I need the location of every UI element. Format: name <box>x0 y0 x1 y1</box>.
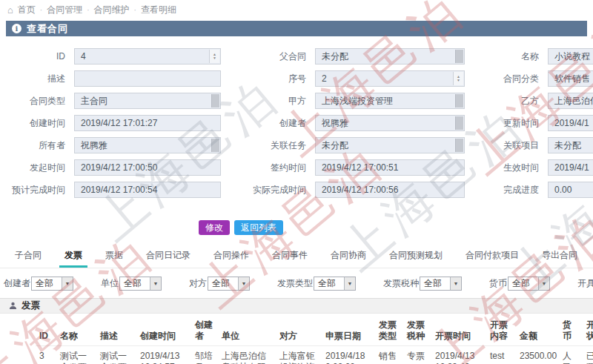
filter-tax-type-select[interactable]: 全部▼ <box>420 277 462 291</box>
tab-invoice[interactable]: 发票 <box>63 249 84 268</box>
number-stepper-icon[interactable]: ▲▼ <box>453 72 463 85</box>
chevron-down-icon[interactable]: ▼ <box>62 277 73 290</box>
tab-contract-daily-log[interactable]: 合同日记录 <box>145 249 192 268</box>
col-issue-content: 开票内容 <box>486 314 516 346</box>
party-a-select[interactable]: 上海浅端投资管理 <box>315 93 465 109</box>
tab-contract-payment-item[interactable]: 合同付款项目 <box>464 249 520 268</box>
filter-unit-label: 单位 <box>101 277 119 290</box>
col-unit: 单位 <box>218 314 276 346</box>
sign-time-field[interactable]: 2019/4/12 17:00:51 <box>315 159 465 176</box>
tab-contract-negotiation[interactable]: 合同协商 <box>329 249 368 268</box>
select-scrollbar[interactable] <box>211 94 219 107</box>
party-b-select[interactable]: 上海邑泊信 <box>548 93 593 109</box>
update-time-field[interactable]: 2019/4/1 <box>548 115 593 131</box>
breadcrumb-home[interactable]: 首页 <box>18 4 36 16</box>
cell-create-time: 2019/4/13 10:34:57 <box>136 346 191 364</box>
name-value: 小说教程 <box>554 51 590 62</box>
filter-counterparty-value: 全部 <box>212 277 230 290</box>
tab-contract-forecast-plan[interactable]: 合同预测规划 <box>388 249 444 268</box>
owner-select[interactable]: 祝腾雅 <box>74 137 221 153</box>
col-description: 描述 <box>96 314 136 346</box>
related-task-select[interactable]: 未分配 <box>315 137 465 153</box>
invoice-section-header: 发票 <box>0 298 593 314</box>
parent-contract-label: 父合同 <box>221 48 315 64</box>
col-invoice-type: 发票类型 <box>375 314 403 346</box>
chevron-down-icon[interactable]: ▼ <box>450 277 461 290</box>
col-issue-status: 开具状态 <box>583 314 593 346</box>
chevron-down-icon[interactable]: ▼ <box>538 277 549 290</box>
initiate-time-field[interactable]: 2019/4/12 17:00:50 <box>74 159 221 176</box>
chevron-down-icon[interactable]: ▼ <box>238 277 249 290</box>
actual-finish-time-field[interactable]: 2019/4/12 17:00:56 <box>315 182 465 198</box>
select-scrollbar[interactable] <box>211 139 219 152</box>
select-scrollbar[interactable] <box>455 50 463 63</box>
filter-counterparty-select[interactable]: 全部▼ <box>208 277 250 291</box>
expected-finish-time-field[interactable]: 2019/4/12 17:00:54 <box>74 182 221 198</box>
creator-label: 创建者 <box>221 115 315 131</box>
filter-unit: 单位 全部▼ <box>101 277 162 291</box>
select-scrollbar[interactable] <box>455 94 463 107</box>
party-a-label: 甲方 <box>221 93 315 109</box>
sign-time-value: 2019/4/12 17:00:51 <box>322 162 398 173</box>
info-icon: i <box>12 24 21 33</box>
filter-issue-status-label: 开具状态 <box>577 277 593 290</box>
parent-contract-select[interactable]: 未分配 <box>315 48 465 64</box>
breadcrumb-contract-mgmt[interactable]: 合同管理 <box>47 4 82 16</box>
col-name: 名称 <box>56 314 96 346</box>
page-title-bar: i 查看合同 <box>6 21 587 36</box>
creator-select[interactable]: 祝腾雅 <box>315 115 465 131</box>
filter-counterparty-label: 对方 <box>189 277 207 290</box>
filter-currency-select[interactable]: 全部▼ <box>508 277 550 291</box>
breadcrumb-separator: · <box>40 6 42 14</box>
filter-currency: 货币 全部▼ <box>489 277 550 291</box>
cell-creator: 邹培君 <box>191 346 218 364</box>
expected-finish-time-label: 预计完成时间 <box>6 182 74 198</box>
filter-creator-value: 全部 <box>36 277 53 290</box>
id-field[interactable]: 4▲▼ <box>74 48 221 64</box>
col-counterparty: 对方 <box>276 314 322 346</box>
tab-contract-operation[interactable]: 合同操作 <box>212 249 251 268</box>
tab-sub-contract[interactable]: 子合同 <box>13 249 43 268</box>
description-field[interactable] <box>74 70 221 87</box>
filter-tax-type-value: 全部 <box>424 277 442 290</box>
create-time-field[interactable]: 2019/4/12 17:01:27 <box>74 115 221 131</box>
sequence-field[interactable]: 2▲▼ <box>315 70 465 87</box>
col-creator: 创建者 <box>191 314 218 346</box>
col-id: ID <box>36 314 56 346</box>
tab-export-contract[interactable]: 导出合同 <box>540 249 579 268</box>
filter-creator-select[interactable]: 全部▼ <box>31 277 73 291</box>
filter-counterparty: 对方 全部▼ <box>189 277 250 291</box>
select-scrollbar[interactable] <box>455 139 463 152</box>
filter-invoice-type: 发票类型 全部▼ <box>277 277 356 291</box>
initiate-time-value: 2019/4/12 17:00:50 <box>81 162 157 173</box>
tab-contract-event[interactable]: 合同事件 <box>271 249 309 268</box>
home-icon[interactable]: ⌂ <box>7 4 13 16</box>
tab-bill[interactable]: 票据 <box>104 249 125 268</box>
number-stepper-icon[interactable]: ▲▼ <box>209 50 219 63</box>
id-value: 4 <box>81 51 86 62</box>
chevron-down-icon[interactable]: ▼ <box>150 277 161 290</box>
breadcrumb-contract-maintain[interactable]: 合同维护 <box>94 4 130 16</box>
filter-unit-select[interactable]: 全部▼ <box>119 277 162 291</box>
edit-button[interactable]: 修改 <box>199 220 230 235</box>
detail-tabs: 子合同 发票 票据 合同日记录 合同操作 合同事件 合同协商 合同预测规划 合同… <box>0 248 593 268</box>
progress-field[interactable]: 0.00 <box>548 182 593 198</box>
contract-type-select[interactable]: 主合同 <box>74 93 221 109</box>
name-field[interactable]: 小说教程 <box>548 48 593 64</box>
related-project-select[interactable]: 未分配 <box>548 137 593 153</box>
progress-label: 完成进度 <box>465 182 548 198</box>
select-scrollbar[interactable] <box>455 116 463 130</box>
effective-time-field[interactable]: 2019/4/1 <box>548 159 593 176</box>
invoice-table: ID 名称 描述 创建时间 创建者 单位 对方 申票日期 发票类型 发票税种 开… <box>36 314 593 364</box>
filter-invoice-type-select[interactable]: 全部▼ <box>314 277 356 291</box>
cell-issue-content: test <box>486 346 516 364</box>
chevron-down-icon[interactable]: ▼ <box>344 277 355 290</box>
breadcrumb-separator: · <box>87 6 89 14</box>
back-to-list-button[interactable]: 返回列表 <box>234 220 283 235</box>
filter-creator: 创建者 全部▼ <box>4 277 73 291</box>
actual-finish-time-label: 实际完成时间 <box>221 182 315 198</box>
contract-type-value: 主合同 <box>81 96 107 106</box>
contract-category-select[interactable]: 软件销售 <box>548 70 593 87</box>
table-row[interactable]: 3 测试一个发票 测试一个发票 2019/4/13 10:34:57 邹培君 上… <box>36 346 593 364</box>
party-a-value: 上海浅端投资管理 <box>322 96 393 106</box>
